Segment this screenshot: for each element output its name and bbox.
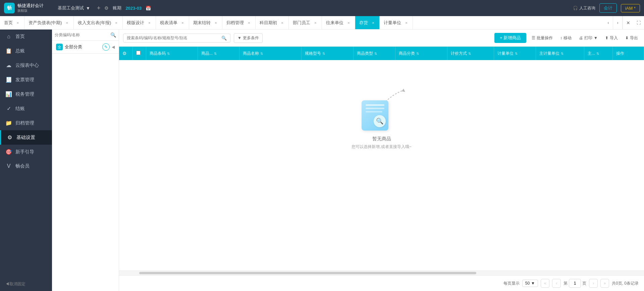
sidebar-item-settle[interactable]: ✓ 结账: [0, 101, 52, 116]
account-button[interactable]: 会计: [599, 3, 617, 13]
sidebar-item-guide[interactable]: 🎯 新手引导: [0, 145, 52, 159]
category-search-icon[interactable]: 🔍: [110, 32, 116, 38]
tab-close-btn[interactable]: ×: [114, 20, 118, 25]
product-search-icon[interactable]: 🔍: [221, 36, 227, 41]
tab-close-btn[interactable]: ×: [371, 20, 375, 25]
settings-icon[interactable]: ⚙: [104, 5, 109, 11]
select-all-checkbox[interactable]: [136, 51, 141, 55]
company-selector[interactable]: 基层工会测试 ▼: [55, 4, 93, 12]
tab-close-btn[interactable]: ×: [180, 20, 185, 25]
first-page-btn[interactable]: «: [541, 279, 549, 288]
th-price-method[interactable]: 计价方式 ⇅: [447, 47, 494, 60]
th-extra[interactable]: 主... ⇅: [584, 47, 613, 60]
tab-close-btn[interactable]: ×: [15, 20, 20, 25]
scrollbar-thumb[interactable]: [139, 272, 476, 274]
export-btn[interactable]: ⬇ 导出: [623, 34, 640, 42]
import-btn[interactable]: ⬆ 导入: [603, 34, 620, 42]
tab-maximize-btn[interactable]: ⛶: [633, 16, 644, 30]
tab-item-首页[interactable]: 首页×: [0, 16, 24, 30]
add-product-button[interactable]: + 新增商品: [494, 33, 526, 43]
sort-main-unit-icon[interactable]: ⇅: [561, 52, 564, 55]
sort-num-icon[interactable]: ⇅: [214, 52, 217, 55]
next-page-btn[interactable]: ›: [589, 279, 598, 288]
tab-close-btn[interactable]: ×: [147, 20, 152, 25]
sort-barcode-icon[interactable]: ⇅: [167, 52, 170, 55]
th-name[interactable]: 商品名称 ⇅: [239, 47, 302, 60]
tab-item-部门员工[interactable]: 部门员工×: [289, 16, 322, 30]
last-page-btn[interactable]: »: [600, 279, 609, 288]
th-main-unit[interactable]: 主计量单位 ⇅: [536, 47, 584, 60]
tab-item-归档管理[interactable]: 归档管理×: [222, 16, 256, 30]
sidebar: ⌂ 首页 📋 总账 ☁ 云报表中心 🧾 发票管理 📊 税务管理 ✓ 结账 📁 归…: [0, 30, 52, 291]
sidebar-item-settings[interactable]: ⚙ 基础设置: [0, 130, 52, 145]
product-table-container[interactable]: ⚙ 商品条码 ⇅: [119, 47, 644, 271]
tab-close-btn[interactable]: ×: [313, 20, 318, 25]
tab-item-收入支出表(年报)[interactable]: 收入支出表(年报)×: [74, 16, 123, 30]
th-category[interactable]: 商品分类 ⇅: [395, 47, 447, 60]
category-edit-btn[interactable]: ✎: [102, 43, 110, 51]
sort-spec-icon[interactable]: ⇅: [322, 52, 325, 55]
sort-type-icon[interactable]: ⇅: [374, 52, 377, 55]
horizontal-scrollbar[interactable]: [119, 271, 644, 275]
more-filter-btn[interactable]: ▼ 更多条件: [234, 33, 263, 43]
sidebar-item-reports[interactable]: ☁ 云报表中心: [0, 58, 52, 72]
category-search-input[interactable]: [55, 33, 109, 37]
sort-category-icon[interactable]: ⇅: [416, 52, 419, 55]
calendar-icon[interactable]: 📅: [146, 6, 151, 11]
product-search-input[interactable]: [127, 36, 219, 40]
th-type[interactable]: 商品类型 ⇅: [354, 47, 395, 60]
consult-button[interactable]: 🎧 人工咨询: [573, 5, 595, 11]
tab-close-all-btn[interactable]: ✕: [623, 16, 633, 30]
move-btn[interactable]: ↕ 移动: [558, 34, 574, 42]
tab-close-btn[interactable]: ×: [280, 20, 284, 25]
tab-bar: 首页×资产负债表(中期)×收入支出表(年报)×模版设计×税表清单×期末结转×归档…: [0, 16, 644, 30]
unpin-button[interactable]: ◀取消固定: [0, 277, 52, 291]
iam-button[interactable]: iAM *: [621, 4, 640, 12]
svg-marker-0: [402, 89, 405, 92]
tab-item-往来单位[interactable]: 往来单位×: [322, 16, 355, 30]
table-settings-icon[interactable]: ⚙: [122, 51, 127, 56]
category-collapse-btn[interactable]: ◀: [112, 45, 115, 49]
th-unit[interactable]: 计量单位 ⇅: [494, 47, 536, 60]
page-size-select[interactable]: 50 ▼: [522, 280, 538, 287]
sort-extra-icon[interactable]: ⇅: [596, 52, 599, 55]
sidebar-item-label: 结账: [15, 106, 25, 112]
batch-operation-btn[interactable]: ☰ 批量操作: [530, 34, 555, 42]
tab-close-btn[interactable]: ×: [65, 20, 69, 25]
th-main-unit-label: 主计量单位: [539, 51, 559, 56]
sidebar-item-invoice[interactable]: 🧾 发票管理: [0, 72, 52, 87]
tab-item-税表清单[interactable]: 税表清单×: [156, 16, 189, 30]
sort-name-icon[interactable]: ⇅: [260, 52, 263, 55]
th-check[interactable]: [132, 47, 146, 60]
prev-page-btn[interactable]: ‹: [552, 279, 561, 288]
tab-item-计量单位[interactable]: 计量单位×: [380, 16, 413, 30]
period-label: 账期: [113, 5, 121, 11]
tab-item-模版设计[interactable]: 模版设计×: [123, 16, 156, 30]
product-search-bar[interactable]: 🔍: [123, 34, 230, 43]
tab-close-btn[interactable]: ×: [346, 20, 351, 25]
th-spec[interactable]: 规格型号 ⇅: [302, 47, 354, 60]
print-btn[interactable]: 🖨 打印 ▼: [577, 34, 600, 42]
tab-item-资产负债表(中期)[interactable]: 资产负债表(中期)×: [24, 16, 74, 30]
sort-unit-icon[interactable]: ⇅: [515, 52, 518, 55]
sidebar-item-archive[interactable]: 📁 归档管理: [0, 116, 52, 130]
th-settings[interactable]: ⚙: [119, 47, 132, 60]
add-tab-btn[interactable]: +: [97, 5, 101, 12]
category-all-btn[interactable]: 全 全部分类: [56, 44, 82, 50]
sidebar-item-home[interactable]: ⌂ 首页: [0, 30, 52, 44]
tab-next-btn[interactable]: ›: [613, 16, 623, 30]
tab-item-存货[interactable]: 存货×: [355, 16, 380, 30]
th-num[interactable]: 商品... ⇅: [198, 47, 239, 60]
sidebar-item-ledger[interactable]: 📋 总账: [0, 44, 52, 58]
sort-price-icon[interactable]: ⇅: [468, 52, 471, 55]
tab-close-btn[interactable]: ×: [404, 20, 409, 25]
tab-prev-btn[interactable]: ‹: [604, 16, 613, 30]
page-number-input[interactable]: [569, 279, 581, 288]
sidebar-item-tax[interactable]: 📊 税务管理: [0, 87, 52, 101]
tab-close-btn[interactable]: ×: [247, 20, 251, 25]
tab-item-科目期初[interactable]: 科目期初×: [256, 16, 289, 30]
tab-item-期末结转[interactable]: 期末结转×: [189, 16, 222, 30]
tab-close-btn[interactable]: ×: [213, 20, 218, 25]
th-barcode[interactable]: 商品条码 ⇅: [146, 47, 198, 60]
sidebar-item-member[interactable]: V 畅会员: [0, 159, 52, 173]
